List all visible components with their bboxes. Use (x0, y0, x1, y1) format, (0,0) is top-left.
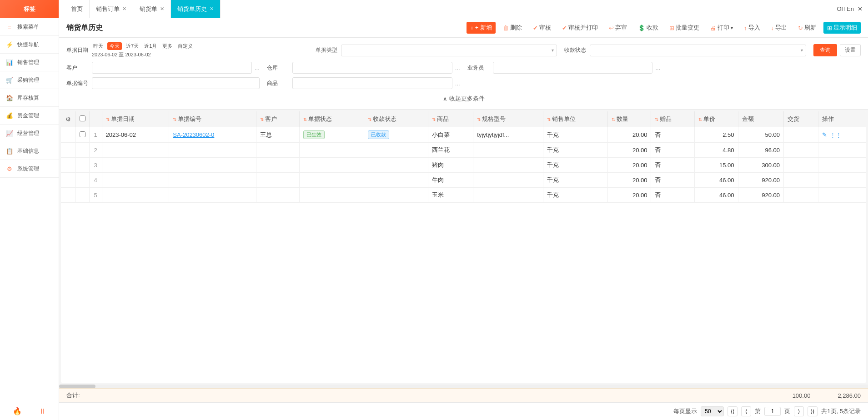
checkbox-cell[interactable] (75, 143, 89, 158)
date-btn-today[interactable]: 今天 (107, 42, 122, 50)
review-button[interactable]: ✔ 审核 (529, 22, 555, 34)
close-sales-order-tab[interactable]: ✕ (122, 6, 126, 12)
tab-home[interactable]: 首页 (65, 0, 90, 18)
doc-date-column-header[interactable]: ⇅ 单据日期 (102, 111, 169, 127)
sidebar-item-quick-nav[interactable]: ⚡ 快捷导航 (0, 36, 59, 54)
unit-column-header[interactable]: ⇅ 销售单位 (543, 111, 608, 127)
doc-number-input[interactable] (92, 77, 260, 89)
new-button[interactable]: + + 新增 (467, 22, 496, 34)
sidebar-item-inventory-calc[interactable]: 🏠 库存核算 (0, 89, 59, 107)
collapse-button[interactable]: ∧ 收起更多条件 (66, 93, 861, 105)
scrollbar-thumb[interactable] (59, 385, 95, 388)
doc-number-column-header[interactable]: ⇅ 单据编号 (169, 111, 256, 127)
delete-button[interactable]: 🗑 删除 (499, 22, 526, 34)
goods-column-header[interactable]: ⇅ 商品 (428, 111, 473, 127)
payment-status-dropdown-arrow: ▾ (801, 48, 803, 53)
display-details-button[interactable]: ⊞ 显示明细 (823, 22, 861, 34)
date-btn-more[interactable]: 更多 (161, 42, 174, 50)
customer-column-header[interactable]: ⇅ 客户 (256, 111, 300, 127)
salesperson-dots[interactable]: ... (655, 65, 660, 71)
customer-dots[interactable]: ... (255, 65, 260, 71)
doc-status-column-header[interactable]: ⇅ 单据状态 (300, 111, 364, 127)
edit-icon[interactable]: ✎ (822, 131, 827, 138)
unit-price-column-header[interactable]: ⇅ 单价 (695, 111, 738, 127)
per-page-select[interactable]: 50 100 200 (701, 406, 724, 416)
quantity-column-header[interactable]: ⇅ 数量 (607, 111, 651, 127)
doc-type-select[interactable]: ▾ (341, 45, 557, 56)
delete-icon: 🗑 (503, 25, 509, 31)
warehouse-filter: 仓库 ... (267, 62, 460, 74)
goods-input[interactable] (292, 77, 452, 89)
export-button[interactable]: ↓ 导出 (768, 22, 791, 34)
gear-column-header[interactable]: ⚙ (61, 111, 75, 127)
unit-price-cell: 46.00 (695, 173, 738, 188)
query-button[interactable]: 查询 (813, 44, 837, 56)
checkbox-cell[interactable] (75, 127, 89, 143)
checkbox-column-header[interactable] (75, 111, 89, 127)
tab-sales-history[interactable]: 销货单历史 ✕ (171, 0, 221, 18)
salesperson-input[interactable] (493, 62, 653, 74)
refresh-button[interactable]: ↻ 刷新 (794, 22, 820, 34)
spec-column-header[interactable]: ⇅ 规格型号 (473, 111, 543, 127)
horizontal-scrollbar[interactable] (59, 385, 868, 388)
more-icon[interactable]: ⋮⋮ (830, 131, 842, 138)
row-checkbox[interactable] (80, 131, 85, 137)
gift-cell: 否 (651, 173, 695, 188)
page-input[interactable] (764, 407, 781, 416)
discard-button[interactable]: ↩ 弃审 (605, 22, 631, 34)
rownum-column-header (89, 111, 102, 127)
sidebar-item-search-menu[interactable]: ≡ 搜索菜单 (0, 18, 59, 36)
tab-sales-goods[interactable]: 销货单 ✕ (133, 0, 171, 18)
sales-icon: 📊 (5, 58, 14, 66)
date-filter-label: 单据日期 (66, 46, 89, 54)
date-range: 昨天 今天 近7天 近1月 更多 自定义 2023-06-02 至 2023-0… (92, 42, 194, 58)
checkbox-cell[interactable] (75, 158, 89, 173)
checkbox-cell[interactable] (75, 173, 89, 188)
close-sales-goods-tab[interactable]: ✕ (160, 6, 164, 12)
sidebar-item-finance-mgmt[interactable]: 💰 资金管理 (0, 107, 59, 125)
print-button[interactable]: 🖨 打印 ▾ (707, 22, 737, 34)
sidebar-item-operations-mgmt[interactable]: 📈 经营管理 (0, 125, 59, 142)
last-page-btn[interactable]: ⟩⟩ (808, 406, 818, 416)
date-btn-1month[interactable]: 近1月 (143, 42, 158, 50)
goods-cell: 小白菜 (428, 127, 473, 143)
date-btn-custom[interactable]: 自定义 (176, 42, 194, 50)
filter-row-3: 单据编号 商品 ... (66, 77, 861, 89)
sidebar-item-label: 快捷导航 (17, 41, 39, 49)
page-label: 第 (755, 407, 761, 415)
sidebar-bottom-pause[interactable]: ⏸ (39, 407, 46, 415)
review-print-button[interactable]: ✔ 审核并打印 (558, 22, 602, 34)
warehouse-dots[interactable]: ... (455, 65, 460, 71)
date-btn-7days[interactable]: 近7天 (125, 42, 140, 50)
collect-button[interactable]: 💲 收款 (634, 22, 662, 34)
next-page-btn[interactable]: ⟩ (794, 406, 804, 416)
prev-page-btn[interactable]: ⟨ (741, 406, 751, 416)
customer-cell (256, 188, 300, 203)
sidebar-item-purchase-mgmt[interactable]: 🛒 采购管理 (0, 71, 59, 89)
filter-area: 单据日期 昨天 今天 近7天 近1月 更多 自定义 2023-06-02 至 2… (59, 38, 868, 110)
select-all-checkbox[interactable] (80, 115, 85, 121)
tab-sales-order[interactable]: 销售订单 ✕ (90, 0, 133, 18)
export-icon: ↓ (771, 25, 774, 31)
close-sales-history-tab[interactable]: ✕ (210, 6, 214, 12)
import-button[interactable]: ↑ 导入 (740, 22, 764, 34)
goods-dots[interactable]: ... (455, 80, 460, 87)
payment-status-column-header[interactable]: ⇅ 收款状态 (364, 111, 428, 127)
sidebar-item-system-mgmt[interactable]: ⚙ 系统管理 (0, 160, 59, 178)
transaction-cell (784, 143, 818, 158)
sidebar-item-sales-mgmt[interactable]: 📊 销售管理 (0, 54, 59, 71)
checkbox-cell[interactable] (75, 188, 89, 203)
sidebar-item-base-info[interactable]: 📋 基础信息 (0, 142, 59, 160)
gift-column-header[interactable]: ⇅ 赠品 (651, 111, 695, 127)
customer-input[interactable] (92, 62, 252, 74)
warehouse-input[interactable] (292, 62, 452, 74)
doc-number-link[interactable]: SA-20230602-0 (173, 131, 214, 138)
settings-button[interactable]: 设置 (840, 44, 861, 56)
date-btn-yesterday[interactable]: 昨天 (92, 42, 105, 50)
first-page-btn[interactable]: ⟨⟨ (728, 406, 738, 416)
close-all-btn[interactable]: ✕ (858, 5, 863, 12)
batch-change-button[interactable]: ⊞ 批量变更 (666, 22, 703, 34)
sidebar-bottom-fire[interactable]: 🔥 (13, 407, 22, 415)
actions-cell: ✎⋮⋮ (818, 127, 866, 143)
payment-status-select[interactable]: ▾ (590, 45, 806, 56)
